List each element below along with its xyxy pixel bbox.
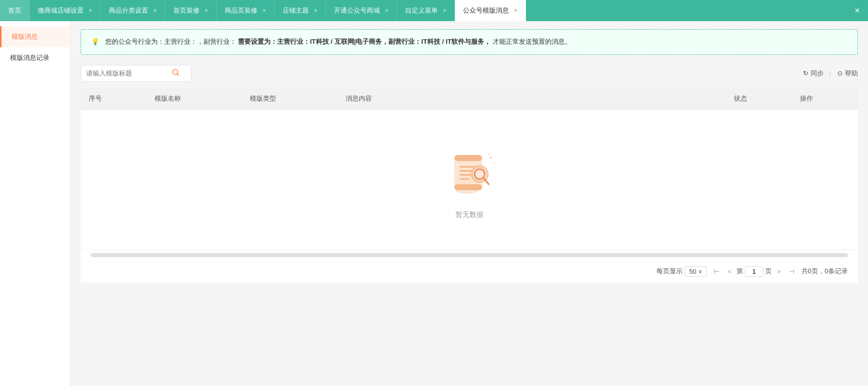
close-all-button[interactable]: × — [846, 6, 868, 16]
empty-text: 暂无数据 — [91, 210, 848, 219]
help-label: 帮助 — [845, 69, 858, 78]
main-layout: 模版消息 模版消息记录 💡 您的公众号行业为：主营行业：，副营行业： 需要设置为… — [0, 21, 868, 386]
tab-wechat-template[interactable]: 公众号模版消息 × — [455, 0, 526, 21]
page-input[interactable] — [745, 266, 763, 277]
next-page-button[interactable]: > — [774, 267, 784, 276]
empty-illustration — [439, 140, 500, 200]
col-name: 模版名称 — [147, 88, 242, 110]
tab-custom-menu-close[interactable]: × — [443, 7, 446, 14]
page-size-select: 每页显示 50 ∨ — [656, 266, 707, 277]
sidebar-item-template-msg-log-label: 模版消息记录 — [10, 54, 49, 61]
notice-icon: 💡 — [91, 38, 99, 45]
tab-home[interactable]: 首页 — [0, 0, 30, 21]
last-page-button[interactable]: ⊣ — [786, 267, 797, 276]
page-nav: ⊢ < 第 页 > ⊣ — [711, 266, 797, 277]
page-size-dropdown[interactable]: 50 ∨ — [685, 266, 707, 277]
tab-weishop-label: 微商城店铺设置 — [38, 6, 84, 15]
tab-product-decor[interactable]: 商品页装修 × — [217, 0, 275, 21]
tab-shop-theme-label: 店铺主题 — [283, 6, 309, 15]
search-button[interactable] — [172, 68, 180, 78]
svg-point-15 — [493, 162, 494, 163]
search-input[interactable] — [86, 69, 172, 77]
tab-product-decor-close[interactable]: × — [262, 7, 266, 14]
svg-rect-5 — [454, 184, 482, 190]
toolbar-right: ↻ 同步 | ⊙ 帮助 — [803, 69, 858, 78]
page-total: 共0页，0条记录 — [802, 267, 848, 276]
svg-point-14 — [490, 157, 492, 159]
tab-open-wechat-label: 开通公众号商城 — [334, 6, 380, 15]
sidebar-item-template-msg-log[interactable]: 模版消息记录 — [0, 47, 70, 68]
prev-page-button[interactable]: < — [724, 267, 735, 276]
col-index: 序号 — [81, 88, 147, 110]
help-button[interactable]: ⊙ 帮助 — [837, 69, 858, 78]
notice-highlight: 需要设置为：主营行业：IT科技 / 互联网|电子商务，副营行业：IT科技 / I… — [238, 38, 491, 45]
notice-banner: 💡 您的公众号行业为：主营行业：，副营行业： 需要设置为：主营行业：IT科技 /… — [81, 29, 858, 55]
sync-button[interactable]: ↻ 同步 — [803, 69, 824, 78]
notice-suffix: 才能正常发送预置的消息。 — [493, 38, 571, 45]
tab-home-decor-label: 首页装修 — [173, 6, 199, 15]
tab-bar: 首页 微商城店铺设置 × 商品分类设置 × 首页装修 × 商品页装修 × 店铺主… — [0, 0, 868, 21]
pagination: 每页显示 50 ∨ ⊢ < 第 页 > ⊣ 共0页，0条记录 — [81, 260, 858, 283]
search-input-wrap[interactable] — [81, 65, 191, 82]
svg-rect-4 — [454, 155, 482, 161]
page-size-label: 每页显示 — [656, 267, 683, 276]
sidebar-item-template-msg[interactable]: 模版消息 — [0, 26, 70, 47]
tab-open-wechat-close[interactable]: × — [385, 7, 388, 14]
page-size-value: 50 — [689, 268, 696, 275]
svg-line-1 — [177, 74, 179, 76]
sidebar-item-template-msg-label: 模版消息 — [12, 33, 38, 40]
divider: | — [830, 69, 831, 77]
tab-weishop-close[interactable]: × — [89, 7, 92, 14]
first-page-button[interactable]: ⊢ — [711, 267, 722, 276]
data-table: 序号 模版名称 模版类型 消息内容 状态 操作 — [81, 88, 858, 250]
fake-scrollbar[interactable] — [91, 253, 848, 257]
table-wrap: 序号 模版名称 模版类型 消息内容 状态 操作 — [81, 88, 858, 283]
tab-custom-menu[interactable]: 自定义菜单 × — [397, 0, 455, 21]
tab-home-label: 首页 — [8, 6, 21, 15]
empty-state: 暂无数据 — [81, 110, 858, 250]
tab-open-wechat[interactable]: 开通公众号商城 × — [326, 0, 397, 21]
search-bar: ↻ 同步 | ⊙ 帮助 — [81, 65, 858, 82]
svg-point-16 — [488, 153, 489, 155]
sync-icon: ↻ — [803, 69, 809, 77]
sidebar: 模版消息 模版消息记录 — [0, 21, 71, 386]
col-status: 状态 — [726, 88, 792, 110]
tab-custom-menu-label: 自定义菜单 — [405, 6, 438, 15]
page-label: 第 — [737, 267, 743, 276]
tab-wechat-template-close[interactable]: × — [514, 7, 517, 14]
table-header-row: 序号 模版名称 模版类型 消息内容 状态 操作 — [81, 88, 858, 110]
content-area: 💡 您的公众号行业为：主营行业：，副营行业： 需要设置为：主营行业：IT科技 /… — [71, 21, 868, 386]
scrollbar-area — [81, 250, 858, 260]
tab-home-decor-close[interactable]: × — [205, 7, 208, 14]
tab-category-label: 商品分类设置 — [109, 6, 148, 15]
col-type: 模版类型 — [242, 88, 337, 110]
tab-weishop-setting[interactable]: 微商城店铺设置 × — [30, 0, 101, 21]
empty-state-row: 暂无数据 — [81, 109, 858, 250]
tab-category-setting[interactable]: 商品分类设置 × — [101, 0, 165, 21]
chevron-down-icon: ∨ — [698, 268, 702, 275]
tab-shop-theme[interactable]: 店铺主题 × — [275, 0, 326, 21]
help-circle-icon: ⊙ — [837, 69, 843, 77]
tab-home-decor[interactable]: 首页装修 × — [165, 0, 217, 21]
svg-rect-9 — [459, 178, 470, 180]
sync-label: 同步 — [811, 69, 824, 78]
col-action: 操作 — [792, 88, 858, 110]
page-unit: 页 — [765, 267, 772, 276]
tab-shop-theme-close[interactable]: × — [314, 7, 317, 14]
tab-wechat-template-label: 公众号模版消息 — [463, 6, 509, 15]
notice-prefix: 您的公众号行业为：主营行业：，副营行业： — [105, 38, 236, 45]
tab-product-decor-label: 商品页装修 — [225, 6, 257, 15]
col-content: 消息内容 — [338, 88, 726, 110]
tab-category-close[interactable]: × — [153, 7, 157, 14]
